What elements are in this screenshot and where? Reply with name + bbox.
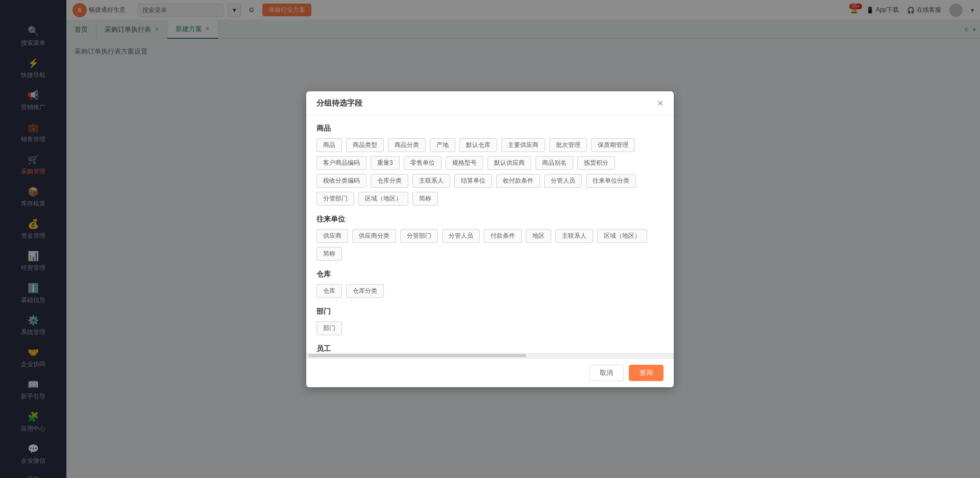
modal-footer: 取消 查询 <box>306 358 674 387</box>
field-section-title-4: 员工 <box>316 344 664 353</box>
field-tags-3: 部门 <box>316 321 664 335</box>
field-tag-仓库[interactable]: 仓库 <box>316 284 342 298</box>
modal-body: 商品商品商品类型商品分类产地默认仓库主要供应商批次管理保质期管理客户商品编码重量… <box>306 116 674 353</box>
field-tag-分管部门[interactable]: 分管部门 <box>400 229 438 243</box>
field-tag-分管人员[interactable]: 分管人员 <box>442 229 480 243</box>
field-tag-主要供应商[interactable]: 主要供应商 <box>501 138 545 152</box>
field-tag-规格型号[interactable]: 规格型号 <box>446 156 483 170</box>
field-tags-2: 仓库仓库分类 <box>316 284 664 298</box>
field-tag-地区[interactable]: 地区 <box>526 229 551 243</box>
field-section-title-0: 商品 <box>316 124 664 133</box>
scrollbar-thumb <box>308 354 526 357</box>
field-tag-主联系人[interactable]: 主联系人 <box>555 229 593 243</box>
field-tag-供应商分类[interactable]: 供应商分类 <box>352 229 396 243</box>
field-tag-拣货积分[interactable]: 拣货积分 <box>577 156 615 170</box>
field-tag-默认供应商[interactable]: 默认供应商 <box>487 156 531 170</box>
field-tag-简称[interactable]: 简称 <box>316 247 342 261</box>
field-tag-重量3[interactable]: 重量3 <box>371 156 400 170</box>
field-tag-分管人员[interactable]: 分管人员 <box>544 174 582 188</box>
field-tag-商品[interactable]: 商品 <box>316 138 342 152</box>
field-tag-部门[interactable]: 部门 <box>316 321 342 335</box>
confirm-button[interactable]: 查询 <box>629 365 664 381</box>
field-tag-区域（地区）[interactable]: 区域（地区） <box>597 229 647 243</box>
field-section-title-2: 仓库 <box>316 270 664 279</box>
field-tag-付款条件[interactable]: 付款条件 <box>484 229 522 243</box>
field-tag-商品分类[interactable]: 商品分类 <box>388 138 426 152</box>
modal-dialog: 分组待选字段 ✕ 商品商品商品类型商品分类产地默认仓库主要供应商批次管理保质期管… <box>306 91 674 387</box>
field-tag-简称[interactable]: 简称 <box>412 192 438 206</box>
field-tag-产地[interactable]: 产地 <box>430 138 455 152</box>
field-tag-仓库分类[interactable]: 仓库分类 <box>371 174 408 188</box>
field-tag-区域（地区）[interactable]: 区域（地区） <box>358 192 408 206</box>
field-tag-收付款条件[interactable]: 收付款条件 <box>496 174 540 188</box>
field-section-部门: 部门部门 <box>316 307 664 335</box>
field-section-商品: 商品商品商品类型商品分类产地默认仓库主要供应商批次管理保质期管理客户商品编码重量… <box>316 124 664 206</box>
modal-title: 分组待选字段 <box>316 98 362 108</box>
field-tag-客户商品编码[interactable]: 客户商品编码 <box>316 156 366 170</box>
field-tag-商品类型[interactable]: 商品类型 <box>346 138 384 152</box>
field-section-title-3: 部门 <box>316 307 664 316</box>
field-tag-供应商[interactable]: 供应商 <box>316 229 348 243</box>
field-tag-税收分类编码[interactable]: 税收分类编码 <box>316 174 366 188</box>
cancel-button[interactable]: 取消 <box>589 365 624 381</box>
field-tag-保质期管理[interactable]: 保质期管理 <box>591 138 635 152</box>
field-tags-1: 供应商供应商分类分管部门分管人员付款条件地区主联系人区域（地区）简称 <box>316 229 664 261</box>
field-tags-0: 商品商品类型商品分类产地默认仓库主要供应商批次管理保质期管理客户商品编码重量3零… <box>316 138 664 206</box>
field-tag-分管部门[interactable]: 分管部门 <box>316 192 354 206</box>
field-tag-往来单位分类[interactable]: 往来单位分类 <box>586 174 636 188</box>
modal-overlay: 分组待选字段 ✕ 商品商品商品类型商品分类产地默认仓库主要供应商批次管理保质期管… <box>0 0 980 478</box>
field-tag-默认仓库[interactable]: 默认仓库 <box>459 138 497 152</box>
field-tag-主联系人[interactable]: 主联系人 <box>412 174 450 188</box>
field-section-title-1: 往来单位 <box>316 215 664 224</box>
field-tag-商品别名[interactable]: 商品别名 <box>535 156 573 170</box>
field-section-仓库: 仓库仓库仓库分类 <box>316 270 664 298</box>
field-section-员工: 员工业务员 <box>316 344 664 353</box>
modal-close-icon[interactable]: ✕ <box>657 98 664 108</box>
field-section-往来单位: 往来单位供应商供应商分类分管部门分管人员付款条件地区主联系人区域（地区）简称 <box>316 215 664 261</box>
field-tag-批次管理[interactable]: 批次管理 <box>549 138 587 152</box>
horizontal-scrollbar[interactable] <box>306 353 674 358</box>
modal-header: 分组待选字段 ✕ <box>306 91 674 116</box>
field-tag-结算单位[interactable]: 结算单位 <box>454 174 492 188</box>
field-tag-仓库分类[interactable]: 仓库分类 <box>346 284 384 298</box>
field-tag-零售单位[interactable]: 零售单位 <box>404 156 442 170</box>
